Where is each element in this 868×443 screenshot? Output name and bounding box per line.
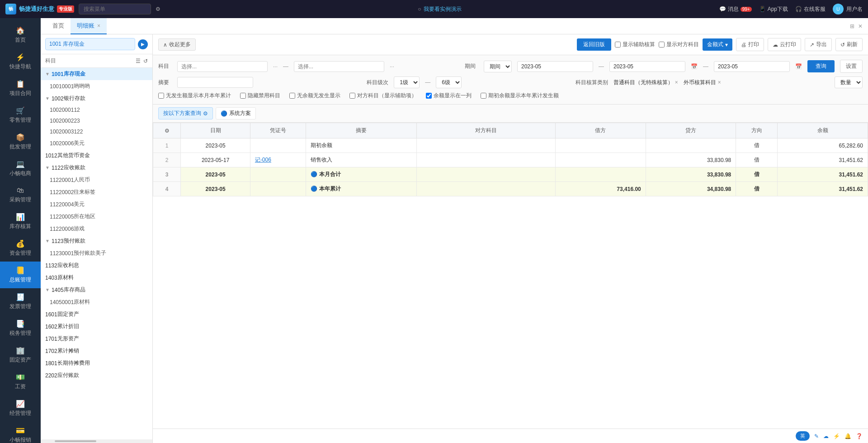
cb-opening-balance[interactable]: 期初余额显示本年累计发生额 [481, 92, 559, 100]
sidebar-item-finance[interactable]: 💰 资金管理 [0, 235, 41, 262]
edit-icon[interactable]: ✎ [814, 433, 819, 439]
level-from-select[interactable]: 1级 [394, 76, 420, 88]
tree-item-1002[interactable]: ▼ 1002 银行存款 [41, 92, 152, 105]
return-old-btn[interactable]: 返回旧版 [577, 38, 611, 51]
cloud-print-btn[interactable]: ☁ 云打印 [768, 38, 801, 51]
tree-item-2202[interactable]: 2202 应付账款 [41, 369, 152, 381]
expand-more-btn[interactable]: ∧ 收起更多 [158, 38, 196, 51]
settings-icon[interactable]: ⚙ [156, 6, 160, 12]
sidebar-item-expense[interactable]: 💳 小畅报销 [0, 422, 41, 443]
show-aux-label[interactable]: 显示辅助核算 [615, 41, 655, 48]
print-btn[interactable]: 🖨 打印 [736, 38, 764, 51]
cb-hide-disabled-input[interactable] [240, 93, 246, 99]
tree-item-10020002[interactable]: 10020002 23 [41, 115, 152, 126]
cb-no-amount[interactable]: 无余额无发生显示 [289, 92, 340, 100]
sidebar-item-tax[interactable]: 📑 税务管理 [0, 315, 41, 342]
tag-normal-close[interactable]: × [675, 79, 678, 86]
show-contra-label[interactable]: 显示对方科目 [659, 41, 699, 48]
col-settings-icon[interactable]: ⚙ [165, 128, 170, 134]
sidebar-item-invoice[interactable]: 🧾 发票管理 [0, 288, 41, 315]
lang-btn[interactable]: 英 [796, 431, 810, 441]
tab-detail[interactable]: 明细账 × [71, 18, 107, 34]
tree-scroll[interactable] [41, 439, 152, 443]
expand-btn[interactable]: ⊞ [850, 23, 854, 29]
account-filter-input[interactable] [177, 61, 268, 72]
tree-item-11220002[interactable]: 11220002 往来标签 [41, 186, 152, 198]
tree-item-1701[interactable]: 1701 无形资产 [41, 333, 152, 345]
system-plan-btn[interactable]: 🔵 系统方案 [216, 107, 256, 119]
search-input[interactable] [79, 4, 151, 14]
quantity-select[interactable]: 数量 [835, 76, 863, 88]
tree-item-1012[interactable]: 1012 其他货币资金 [41, 149, 152, 162]
tree-item-1801[interactable]: 1801 长期待摊费用 [41, 357, 152, 369]
cb-balance-col[interactable]: 余额显示在一列 [426, 92, 472, 100]
filter-mode-btn[interactable]: 按以下方案查询 ⚙ [158, 107, 213, 119]
tree-item-10010001[interactable]: 10010001 哟哟哟 [41, 80, 152, 92]
period-from-input[interactable] [517, 61, 593, 72]
calendar-icon[interactable]: 📅 [691, 63, 698, 70]
message-btn[interactable]: 💬 消息 99+ [719, 5, 752, 13]
app-download-btn[interactable]: 📱 App下载 [759, 5, 788, 13]
sidebar-item-salary[interactable]: 💵 工资 [0, 368, 41, 395]
tree-list-icon[interactable]: ☰ [136, 58, 141, 64]
tree-item-11230001[interactable]: 11230001 预付账款美子 [41, 247, 152, 259]
tree-item-1403[interactable]: 1403 原材料 [41, 272, 152, 284]
refresh-btn[interactable]: ↺ 刷新 [835, 38, 863, 51]
cb-contra[interactable]: 对方科目（显示辅助项） [349, 92, 417, 100]
setting-btn[interactable]: 设置 [840, 60, 863, 73]
nav-next-btn[interactable]: ▶ [138, 39, 148, 49]
sidebar-item-inventory[interactable]: 📊 库存核算 [0, 208, 41, 235]
help-icon[interactable]: ❓ [856, 433, 863, 439]
cb-balance-col-input[interactable] [426, 93, 432, 99]
cb-contra-input[interactable] [349, 93, 355, 99]
online-service-btn[interactable]: 🎧 在线客服 [795, 5, 826, 13]
tree-item-11220005[interactable]: 11220005 所在地区 [41, 210, 152, 223]
cb-no-balance-input[interactable] [158, 93, 164, 99]
summary-input[interactable] [177, 77, 253, 88]
sidebar-item-ledger[interactable]: 📒 总账管理 [0, 262, 41, 288]
export-btn[interactable]: ↗ 导出 [805, 38, 832, 51]
voucher-link[interactable]: 记-006 [255, 157, 271, 163]
bell-icon[interactable]: 🔔 [844, 433, 851, 439]
account-selector[interactable]: 1001 库存现金 [45, 38, 135, 50]
tree-item-10020001[interactable]: 10020001 12 [41, 105, 152, 115]
cb-no-balance[interactable]: 无发生额显示本月本年累计 [158, 92, 231, 100]
calendar-icon2[interactable]: 📅 [795, 63, 802, 70]
cloud-icon[interactable]: ☁ [823, 433, 829, 439]
tree-item-1702[interactable]: 1702 累计摊销 [41, 345, 152, 357]
sidebar-item-wholesale[interactable]: 📦 批发管理 [0, 129, 41, 155]
lightning-icon[interactable]: ⚡ [833, 433, 840, 439]
close-btn[interactable]: ✕ [858, 23, 863, 29]
query-btn[interactable]: 查询 [807, 60, 835, 72]
tab-close-btn[interactable]: × [97, 23, 100, 29]
period-type-select[interactable]: 期间 [484, 61, 512, 72]
account-filter-input-end[interactable] [294, 61, 384, 72]
period-to-input2[interactable] [714, 61, 790, 72]
tree-item-11220004[interactable]: 11220004 美元 [41, 198, 152, 210]
sidebar-item-quicknav[interactable]: ⚡ 快捷导航 [0, 48, 41, 75]
period-to-input[interactable] [609, 61, 685, 72]
tree-item-1001[interactable]: ▼ 1001 库存现金 [41, 68, 152, 80]
tree-refresh-icon[interactable]: ↺ [143, 58, 148, 64]
show-contra-checkbox[interactable] [659, 42, 665, 48]
user-area[interactable]: U 用户名 [833, 4, 863, 14]
sidebar-item-project[interactable]: 📋 项目合同 [0, 75, 41, 102]
tree-item-1132[interactable]: 1132 应收利息 [41, 259, 152, 272]
tree-item-1602[interactable]: 1602 累计折旧 [41, 320, 152, 333]
show-aux-checkbox[interactable] [615, 42, 621, 48]
tab-home[interactable]: 首页 [46, 18, 71, 34]
sidebar-item-retail[interactable]: 🛒 零售管理 [0, 102, 41, 129]
tree-item-10020003[interactable]: 10020003 122 [41, 126, 152, 137]
tree-item-11220006[interactable]: 11220006 游戏 [41, 223, 152, 235]
demo-link[interactable]: 我要看实例演示 [424, 5, 462, 13]
sidebar-item-home[interactable]: 🏠 首页 [0, 22, 41, 48]
tree-item-1601[interactable]: 1601 固定资产 [41, 308, 152, 320]
cb-no-amount-input[interactable] [289, 93, 295, 99]
sidebar-item-ecommerce[interactable]: 💻 小畅电商 [0, 155, 41, 182]
tree-item-1122[interactable]: ▼ 1122 应收账款 [41, 162, 152, 174]
format-btn[interactable]: 金额式 ▾ [703, 38, 732, 51]
tag-foreign-close[interactable]: × [718, 79, 721, 86]
tree-item-10020006[interactable]: 10020006 美元 [41, 137, 152, 149]
sidebar-item-purchase[interactable]: 🛍 采购管理 [0, 182, 41, 208]
tree-item-14050001[interactable]: 14050001 原材料 [41, 296, 152, 308]
